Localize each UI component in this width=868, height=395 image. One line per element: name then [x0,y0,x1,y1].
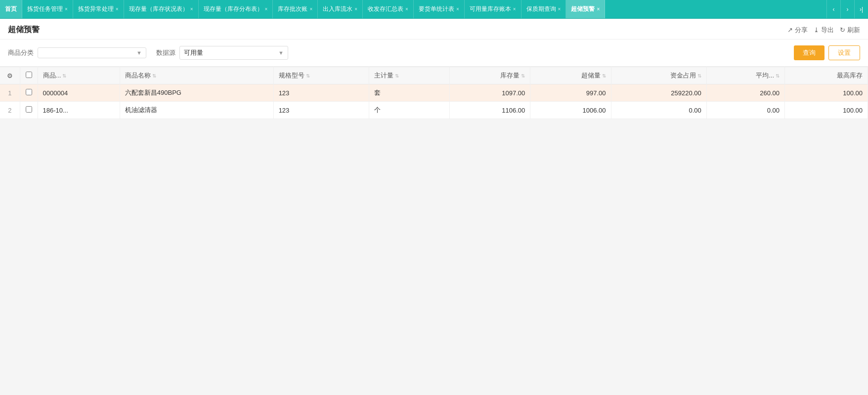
chevron-down-icon: ▼ [136,50,142,56]
category-select[interactable]: ▼ [38,47,146,58]
home-label: 首页 [5,5,17,13]
close-icon[interactable]: × [354,6,357,12]
nav-tab-pick-exception[interactable]: 拣货异常处理 × [73,0,124,19]
stock-dist-label: 现存量（库存分布表） [204,5,263,13]
sort-icon[interactable]: ⇅ [395,73,399,79]
nav-tab-order-stats[interactable]: 要货单统计表 × [414,0,465,19]
top-nav: 首页 拣货任务管理 × 拣货异常处理 × 现存量（库存状况表） × 现存量（库存… [0,0,868,19]
th-stock[interactable]: 库存量 ⇅ [450,67,530,84]
row-checkbox[interactable] [26,89,32,95]
nav-tab-expiry[interactable]: 保质期查询 × [521,0,566,19]
close-icon[interactable]: × [405,6,408,12]
datasource-label: 数据源 [156,48,175,57]
th-unit[interactable]: 主计量 ⇅ [369,67,449,84]
th-max-stock[interactable]: 最高库存 [785,67,868,84]
unit-cell: 个 [369,102,449,119]
max-stock-cell: 100.00 [785,102,868,119]
spec-cell: 123 [273,84,369,102]
order-stats-label: 要货单统计表 [419,5,454,13]
th-avg[interactable]: 平均... ⇅ [706,67,784,84]
row-checkbox-cell[interactable] [20,84,38,102]
th-gear[interactable]: ⚙ [0,67,20,84]
sort-icon[interactable]: ⇅ [152,73,156,79]
filter-actions: 查询 设置 [794,45,860,60]
sort-icon[interactable]: ⇅ [776,73,780,79]
th-capital-used[interactable]: 资金占用 ⇅ [611,67,706,84]
nav-tab-overstock[interactable]: 超储预警 × [566,0,605,19]
receive-summary-label: 收发存汇总表 [368,5,403,13]
nav-more-button[interactable]: ›| [854,0,868,19]
in-out-flow-label: 出入库流水 [323,5,352,13]
sort-icon[interactable]: ⇅ [521,73,525,79]
nav-prev-button[interactable]: ‹ [826,0,840,19]
settings-button[interactable]: 设置 [828,45,860,60]
datasource-select-value: 可用量 [184,48,274,57]
close-icon[interactable]: × [513,6,516,12]
batch-account-label: 库存批次账 [278,5,307,13]
sort-icon[interactable]: ⇅ [602,73,606,79]
table-row: 2 186-10... 机油滤清器 123 个 1106.00 1006.00 … [0,102,868,119]
nav-tab-stock-dist[interactable]: 现存量（库存分布表） × [199,0,273,19]
export-label: 导出 [821,26,834,35]
header-actions: ↗ 分享 ⤓ 导出 ↻ 刷新 [787,26,860,35]
nav-tab-stock-status[interactable]: 现存量（库存状况表） × [124,0,199,19]
gear-icon[interactable]: ⚙ [7,72,13,79]
stock-cell: 1106.00 [450,102,530,119]
sort-icon[interactable]: ⇅ [62,73,66,79]
table-row: 1 0000004 六配套新昌490BPG 123 套 1097.00 997.… [0,84,868,102]
capital-used-cell: 259220.00 [611,84,706,102]
datasource-select[interactable]: 可用量 ▼ [179,46,288,60]
export-icon: ⤓ [814,26,819,34]
product-name-cell: 六配套新昌490BPG [120,84,273,102]
table-container: ⚙ 商品... ⇅ 商品名称 ⇅ [0,67,868,119]
page-container: 超储预警 ↗ 分享 ⤓ 导出 ↻ 刷新 商品分类 ▼ 数据源 [0,19,868,119]
max-stock-cell: 100.00 [785,84,868,102]
close-icon[interactable]: × [265,6,268,12]
over-stock-cell: 997.00 [530,84,611,102]
available-stock-label: 可用量库存账本 [470,5,511,13]
query-button[interactable]: 查询 [794,45,825,60]
category-filter: 商品分类 ▼ [8,47,146,58]
refresh-button[interactable]: ↻ 刷新 [840,26,860,35]
share-icon: ↗ [787,26,793,34]
filter-bar: 商品分类 ▼ 数据源 可用量 ▼ 查询 设置 [0,40,868,67]
chevron-down-icon: ▼ [278,50,284,56]
nav-tab-receive-summary[interactable]: 收发存汇总表 × [363,0,414,19]
nav-tab-batch-account[interactable]: 库存批次账 × [273,0,318,19]
pick-exception-label: 拣货异常处理 [78,5,114,13]
over-stock-cell: 1006.00 [530,102,611,119]
th-spec[interactable]: 规格型号 ⇅ [273,67,369,84]
nav-next-button[interactable]: › [840,0,854,19]
expiry-label: 保质期查询 [526,5,556,13]
page-header: 超储预警 ↗ 分享 ⤓ 导出 ↻ 刷新 [0,19,868,40]
close-icon[interactable]: × [558,6,561,12]
row-checkbox-cell[interactable] [20,102,38,119]
overstock-label: 超储预警 [571,5,595,13]
close-icon[interactable]: × [309,6,312,12]
close-icon[interactable]: × [456,6,459,12]
avg-cell: 260.00 [706,84,784,102]
th-over-stock[interactable]: 超储量 ⇅ [530,67,611,84]
close-icon[interactable]: × [65,6,68,12]
nav-tab-available-stock[interactable]: 可用量库存账本 × [465,0,521,19]
nav-tab-pick-task[interactable]: 拣货任务管理 × [22,0,73,19]
row-index: 2 [0,102,20,119]
nav-tab-in-out-flow[interactable]: 出入库流水 × [318,0,363,19]
select-all-checkbox[interactable] [26,72,32,78]
nav-tab-home[interactable]: 首页 [0,0,22,19]
th-product-code[interactable]: 商品... ⇅ [38,67,120,84]
unit-cell: 套 [369,84,449,102]
stock-cell: 1097.00 [450,84,530,102]
close-icon[interactable]: × [190,6,193,12]
spec-cell: 123 [273,102,369,119]
row-checkbox[interactable] [26,106,32,113]
sort-icon[interactable]: ⇅ [306,73,310,79]
page-title: 超储预警 [8,25,40,35]
close-icon[interactable]: × [597,6,600,12]
refresh-label: 刷新 [847,26,860,35]
sort-icon[interactable]: ⇅ [697,73,701,79]
share-button[interactable]: ↗ 分享 [787,26,808,35]
export-button[interactable]: ⤓ 导出 [814,26,834,35]
th-product-name[interactable]: 商品名称 ⇅ [120,67,273,84]
close-icon[interactable]: × [116,6,119,12]
